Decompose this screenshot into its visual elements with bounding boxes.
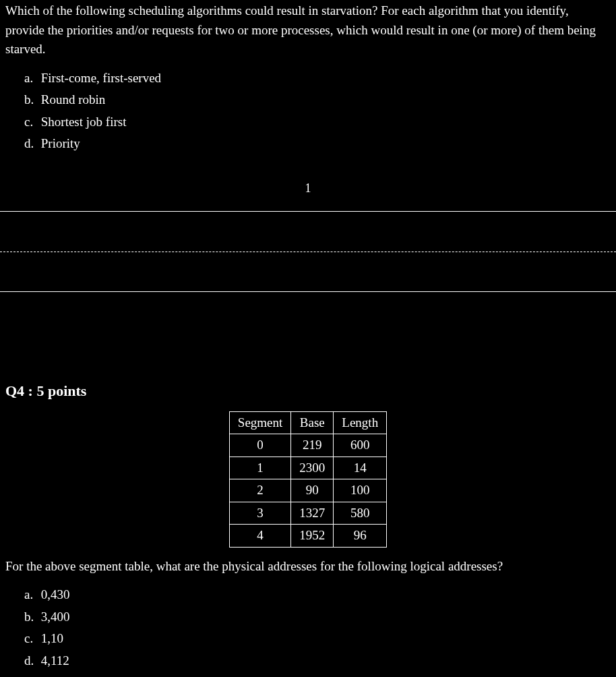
table-row: 2 90 100 — [229, 479, 386, 502]
q3-option-b: b. Round robin — [24, 90, 611, 110]
q3-intro-text: Which of the following scheduling algori… — [5, 1, 611, 59]
cell: 580 — [334, 502, 387, 525]
q4-options: a. 0,430 b. 3,400 c. 1,10 d. 4,112 e. 2,… — [24, 585, 611, 677]
option-letter: d. — [24, 651, 38, 671]
q4-option-d: d. 4,112 — [24, 651, 611, 671]
segment-table: Segment Base Length 0 219 600 1 2300 14 … — [229, 411, 387, 548]
cell: 2300 — [291, 457, 334, 479]
option-letter: c. — [24, 113, 38, 132]
q4-option-b: b. 3,400 — [24, 608, 611, 627]
option-text: 3,400 — [41, 610, 70, 624]
q4-prompt: For the above segment table, what are th… — [5, 557, 611, 577]
cell: 4 — [229, 525, 291, 548]
q3-option-c: c. Shortest job first — [24, 113, 611, 132]
dashed-divider — [0, 252, 616, 252]
option-letter: d. — [24, 134, 38, 154]
cell: 3 — [229, 502, 291, 525]
cell: 0 — [229, 434, 291, 457]
option-letter: b. — [24, 90, 38, 110]
cell: 100 — [334, 479, 387, 502]
option-letter: a. — [24, 69, 38, 88]
table-row: 3 1327 580 — [229, 502, 386, 525]
q3-option-d: d. Priority — [24, 134, 611, 154]
cell: 2 — [229, 479, 291, 502]
table-row: 0 219 600 — [229, 434, 386, 457]
table-row: 4 1952 96 — [229, 525, 386, 548]
table-header-row: Segment Base Length — [229, 411, 386, 434]
q3-option-a: a. First-come, first-served — [24, 69, 611, 88]
q4-option-c: c. 1,10 — [24, 629, 611, 649]
th-segment: Segment — [229, 411, 291, 434]
option-text: Shortest job first — [41, 115, 127, 129]
option-letter: e. — [24, 673, 38, 677]
option-text: Priority — [41, 136, 80, 150]
cell: 219 — [291, 434, 334, 457]
option-letter: a. — [24, 585, 38, 605]
cell: 96 — [334, 525, 387, 548]
th-length: Length — [334, 411, 387, 434]
cell: 600 — [334, 434, 387, 457]
cell: 1952 — [291, 525, 334, 548]
option-text: First-come, first-served — [41, 71, 161, 85]
option-text: Round robin — [41, 92, 106, 107]
option-text: 0,430 — [41, 587, 70, 601]
option-letter: c. — [24, 629, 38, 649]
option-text: 1,10 — [41, 631, 63, 645]
page-number: 1 — [5, 179, 611, 198]
q4-option-e: e. 2,500 — [24, 673, 611, 677]
page-separator — [0, 211, 616, 292]
cell: 14 — [334, 457, 387, 479]
table-row: 1 2300 14 — [229, 457, 386, 479]
q4-title: Q4 : 5 points — [5, 380, 611, 402]
cell: 1327 — [291, 502, 334, 525]
cell: 90 — [291, 479, 334, 502]
th-base: Base — [291, 411, 334, 434]
option-letter: b. — [24, 608, 38, 627]
q4-option-a: a. 0,430 — [24, 585, 611, 605]
q3-options: a. First-come, first-served b. Round rob… — [24, 69, 611, 154]
option-text: 4,112 — [41, 653, 69, 668]
cell: 1 — [229, 457, 291, 479]
